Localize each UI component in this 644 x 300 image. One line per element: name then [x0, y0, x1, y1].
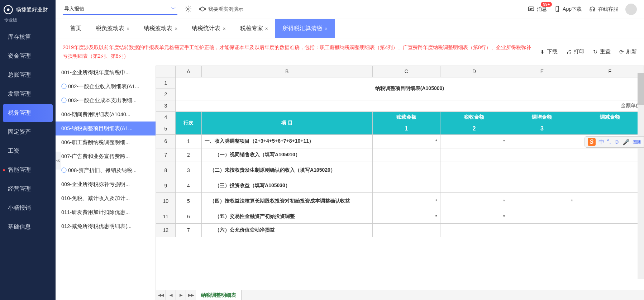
ime-toolbar[interactable]: S 中 °, ☺ 🎤 ⌨: [585, 136, 644, 148]
row-header[interactable]: 1: [156, 77, 176, 89]
sheet-nav-prev[interactable]: ◀: [166, 290, 176, 300]
nav-basic[interactable]: 基础信息: [0, 218, 56, 237]
row-header[interactable]: 3: [156, 100, 176, 111]
form-item-003[interactable]: ⓘ003-一般企业成本支出明细...: [56, 94, 156, 108]
close-icon[interactable]: ×: [265, 26, 268, 32]
sheet-nav-next[interactable]: ▶: [176, 290, 186, 300]
row-header[interactable]: 10: [156, 192, 176, 210]
seq-cell[interactable]: 4: [175, 179, 201, 192]
nav-funds[interactable]: 资金管理: [0, 47, 56, 66]
value-cell[interactable]: [576, 210, 644, 223]
value-cell[interactable]: *: [440, 192, 508, 210]
seq-cell[interactable]: 3: [175, 162, 201, 179]
value-cell[interactable]: [372, 162, 440, 179]
col-header-A[interactable]: A: [175, 66, 201, 77]
hdr-item[interactable]: 项 目: [202, 111, 372, 134]
form-item-001[interactable]: 001-企业所得税年度纳税申...: [56, 66, 156, 80]
settings-gear-icon[interactable]: [185, 5, 192, 14]
value-cell[interactable]: [372, 223, 440, 237]
row-header[interactable]: 5: [156, 123, 176, 134]
sheet-tab[interactable]: 纳税调整明细表: [196, 290, 242, 300]
value-cell[interactable]: [508, 162, 576, 179]
value-cell[interactable]: [440, 223, 508, 237]
col-header-F[interactable]: F: [576, 66, 644, 77]
row-header[interactable]: 7: [156, 148, 176, 162]
value-cell[interactable]: [576, 192, 644, 210]
vertical-scrollbar[interactable]: [638, 73, 644, 279]
refresh-button[interactable]: ⟳刷新: [619, 48, 637, 55]
reset-button[interactable]: ↻重置: [593, 48, 611, 55]
sheet-nav-last[interactable]: ▶▶: [186, 290, 196, 300]
value-cell[interactable]: [508, 179, 576, 192]
sheet-corner[interactable]: [156, 66, 176, 77]
value-cell[interactable]: *: [508, 192, 576, 210]
close-icon[interactable]: ×: [175, 26, 177, 32]
form-item-006[interactable]: 006-职工薪酬纳税调整明细...: [56, 135, 156, 149]
collapse-handle[interactable]: ≪: [56, 152, 61, 170]
value-cell[interactable]: *: [372, 134, 440, 148]
close-icon[interactable]: ×: [223, 26, 225, 32]
ime-mode[interactable]: 中: [598, 138, 604, 146]
print-button[interactable]: 🖨打印: [566, 48, 585, 55]
search-dropdown[interactable]: 导入报错 ﹀: [63, 4, 177, 15]
value-cell[interactable]: [576, 223, 644, 237]
col-header-D[interactable]: D: [440, 66, 508, 77]
item-cell[interactable]: 一、收入类调整项目（2+3+4+5+6+7+8+10+11）: [202, 134, 372, 148]
nav-invoice[interactable]: 发票管理: [0, 85, 56, 104]
nav-assets[interactable]: 固定资产: [0, 123, 56, 142]
value-cell[interactable]: [440, 179, 508, 192]
form-item-005[interactable]: 005-纳税调整项目明细表(A1...: [56, 122, 156, 135]
nav-smart[interactable]: 智能管理: [0, 161, 56, 180]
customer-service-button[interactable]: 在线客服: [589, 5, 618, 14]
tab-tax-stats[interactable]: 纳税统计表×: [185, 19, 233, 38]
item-cell[interactable]: （五）交易性金融资产初始投资调整: [202, 210, 372, 223]
hdr-c3n[interactable]: 3: [508, 123, 576, 134]
item-cell[interactable]: （六）公允价值变动净损益: [202, 223, 372, 237]
ime-mic-icon[interactable]: 🎤: [622, 139, 630, 146]
value-cell[interactable]: [440, 148, 508, 162]
form-item-004[interactable]: 004-期间费用明细表(A1040...: [56, 108, 156, 122]
row-header[interactable]: 2: [156, 89, 176, 100]
nav-expense[interactable]: 小畅报销: [0, 199, 56, 218]
value-cell[interactable]: [372, 179, 440, 192]
tab-tax-burden[interactable]: 税负波动表×: [89, 19, 137, 38]
form-item-008[interactable]: ⓘ008-资产折旧、摊销及纳税...: [56, 163, 156, 177]
row-header[interactable]: 12: [156, 223, 176, 237]
ime-emoji-icon[interactable]: ☺: [614, 139, 620, 145]
ime-punct-icon[interactable]: °,: [607, 139, 611, 145]
value-cell[interactable]: [576, 148, 644, 162]
app-download-button[interactable]: App下载: [554, 6, 582, 13]
hdr-seq[interactable]: 行次: [175, 111, 201, 134]
hdr-c1[interactable]: 账载金额: [372, 111, 440, 123]
hdr-c3[interactable]: 调增金额: [508, 111, 576, 123]
item-cell[interactable]: （四）按权益法核算长期股权投资对初始投资成本调整确认收益: [202, 192, 372, 210]
form-item-007[interactable]: 007-广告费和业务宣传费跨...: [56, 149, 156, 163]
tab-income-tax-settlement[interactable]: 所得税汇算清缴×: [275, 19, 335, 38]
hdr-c4[interactable]: 调减金额: [576, 111, 644, 123]
value-cell[interactable]: *: [372, 192, 440, 210]
nav-tax[interactable]: 税务管理: [3, 104, 53, 122]
hdr-c4n[interactable]: [576, 123, 644, 134]
unit-label[interactable]: 金额单位: [175, 100, 644, 111]
nav-operation[interactable]: 经营管理: [0, 180, 56, 199]
value-cell[interactable]: [576, 179, 644, 192]
nav-ledger[interactable]: 总账管理: [0, 66, 56, 85]
value-cell[interactable]: *: [440, 210, 508, 223]
hdr-c2[interactable]: 税收金额: [440, 111, 508, 123]
row-header[interactable]: 11: [156, 210, 176, 223]
col-header-C[interactable]: C: [372, 66, 440, 77]
col-header-B[interactable]: B: [202, 66, 372, 77]
nav-payroll[interactable]: 工资: [0, 142, 56, 161]
item-cell[interactable]: （一）视同销售收入（填写A105010）: [202, 148, 372, 162]
value-cell[interactable]: [440, 162, 508, 179]
seq-cell[interactable]: 5: [175, 192, 201, 210]
close-icon[interactable]: ×: [325, 26, 328, 32]
form-item-009[interactable]: 009-企业所得税弥补亏损明...: [56, 177, 156, 191]
value-cell[interactable]: [508, 223, 576, 237]
row-header[interactable]: 8: [156, 162, 176, 179]
seq-cell[interactable]: 7: [175, 223, 201, 237]
messages-button[interactable]: 消息 99+: [528, 5, 547, 14]
item-cell[interactable]: （二）未按权责发生制原则确认的收入（填写A105020）: [202, 162, 372, 179]
tab-home[interactable]: 首页: [63, 19, 89, 38]
hdr-c1n[interactable]: 1: [372, 123, 440, 134]
